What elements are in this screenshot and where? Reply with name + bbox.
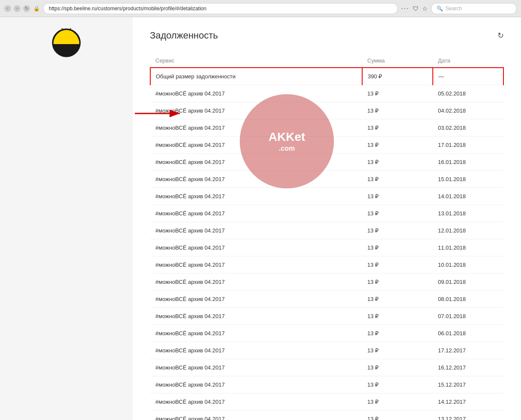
table-row: #можноВСЁ архив 04.2017 13 ₽ 07.01.2018 xyxy=(150,308,503,325)
sidebar xyxy=(0,17,133,420)
page-header: Задолженность ↻ xyxy=(150,30,504,41)
table-row: #можноВСЁ архив 04.2017 13 ₽ 17.12.2017 xyxy=(150,342,503,359)
address-bar[interactable]: https://spb.beeline.ru/customers/product… xyxy=(43,3,398,14)
table-row: #можноВСЁ архив 04.2017 13 ₽ 14.01.2018 xyxy=(150,188,503,205)
table-row: #можноВСЁ архив 04.2017 13 ₽ 05.02.2018 xyxy=(150,85,503,102)
row-date: 14.12.2017 xyxy=(433,393,503,411)
logo-container xyxy=(49,26,83,60)
row-date: 13.12.2017 xyxy=(433,411,503,420)
svg-rect-3 xyxy=(54,42,79,44)
row-amount: 13 ₽ xyxy=(362,308,433,325)
table-row: #можноВСЁ архив 04.2017 13 ₽ 04.02.2018 xyxy=(150,102,503,119)
row-date: 12.01.2018 xyxy=(433,222,503,239)
page-wrapper: AKKet .com xyxy=(0,17,521,420)
header-date: Дата xyxy=(433,54,503,68)
row-date: 04.02.2018 xyxy=(433,102,503,119)
row-amount: 13 ₽ xyxy=(362,325,433,342)
row-amount: 13 ₽ xyxy=(362,188,433,205)
header-amount: Сумма xyxy=(362,54,433,68)
total-service: Общий размер задолженности xyxy=(150,68,362,85)
row-service: #можноВСЁ архив 04.2017 xyxy=(150,393,362,411)
search-placeholder: Search xyxy=(446,6,462,12)
table-row: #можноВСЁ архив 04.2017 13 ₽ 11.01.2018 xyxy=(150,239,503,256)
row-amount: 13 ₽ xyxy=(362,171,433,188)
row-amount: 13 ₽ xyxy=(362,393,433,411)
browser-controls: ‹ › ↻ xyxy=(4,5,30,12)
row-date: 08.01.2018 xyxy=(433,291,503,308)
row-service: #можноВСЁ архив 04.2017 xyxy=(150,102,362,119)
search-bar[interactable]: 🔍 Search xyxy=(431,3,517,14)
row-date: 11.01.2018 xyxy=(433,239,503,256)
row-service: #можноВСЁ архив 04.2017 xyxy=(150,359,362,376)
row-date: 10.01.2018 xyxy=(433,256,503,274)
row-date: 06.01.2018 xyxy=(433,325,503,342)
table-row: #можноВСЁ архив 04.2017 13 ₽ 16.01.2018 xyxy=(150,154,503,171)
row-date: 16.12.2017 xyxy=(433,359,503,376)
row-service: #можноВСЁ архив 04.2017 xyxy=(150,85,362,102)
table-row: #можноВСЁ архив 04.2017 13 ₽ 03.02.2018 xyxy=(150,119,503,137)
row-date: 15.01.2018 xyxy=(433,171,503,188)
beeline-logo xyxy=(51,28,81,58)
row-service: #можноВСЁ архив 04.2017 xyxy=(150,291,362,308)
row-date: 16.01.2018 xyxy=(433,154,503,171)
page-layout: Задолженность ↻ Сервис Сумма Дата Общий … xyxy=(0,17,521,420)
row-date: 03.02.2018 xyxy=(433,119,503,137)
bookmark-icon[interactable]: 🛡 xyxy=(413,5,419,12)
row-date: 14.01.2018 xyxy=(433,188,503,205)
total-date: — xyxy=(433,68,503,85)
row-amount: 13 ₽ xyxy=(362,376,433,393)
row-service: #можноВСЁ архив 04.2017 xyxy=(150,239,362,256)
reload-button[interactable]: ↻ xyxy=(23,5,30,12)
table-row: #можноВСЁ архив 04.2017 13 ₽ 06.01.2018 xyxy=(150,325,503,342)
row-amount: 13 ₽ xyxy=(362,222,433,239)
table-row: #можноВСЁ архив 04.2017 13 ₽ 14.12.2017 xyxy=(150,393,503,411)
row-amount: 13 ₽ xyxy=(362,137,433,154)
row-amount: 13 ₽ xyxy=(362,205,433,222)
table-row: #можноВСЁ архив 04.2017 13 ₽ 10.01.2018 xyxy=(150,256,503,274)
table-row: #можноВСЁ архив 04.2017 13 ₽ 13.01.2018 xyxy=(150,205,503,222)
row-service: #можноВСЁ архив 04.2017 xyxy=(150,205,362,222)
main-content: Задолженность ↻ Сервис Сумма Дата Общий … xyxy=(133,17,521,420)
row-amount: 13 ₽ xyxy=(362,256,433,274)
row-amount: 13 ₽ xyxy=(362,154,433,171)
row-date: 13.01.2018 xyxy=(433,205,503,222)
row-date: 15.12.2017 xyxy=(433,376,503,393)
table-row: #можноВСЁ архив 04.2017 13 ₽ 17.01.2018 xyxy=(150,137,503,154)
table-row: #можноВСЁ архив 04.2017 13 ₽ 16.12.2017 xyxy=(150,359,503,376)
url-text: https://spb.beeline.ru/customers/product… xyxy=(49,6,206,12)
refresh-button[interactable]: ↻ xyxy=(497,31,504,40)
table-row: #можноВСЁ архив 04.2017 13 ₽ 13.12.2017 xyxy=(150,411,503,420)
row-service: #можноВСЁ архив 04.2017 xyxy=(150,411,362,420)
secure-icon: 🔒 xyxy=(33,6,40,12)
total-row: Общий размер задолженности 390 ₽ — xyxy=(150,68,503,85)
row-service: #можноВСЁ архив 04.2017 xyxy=(150,308,362,325)
back-button[interactable]: ‹ xyxy=(4,5,11,12)
star-icon[interactable]: ☆ xyxy=(422,5,428,12)
row-amount: 13 ₽ xyxy=(362,239,433,256)
total-amount: 390 ₽ xyxy=(362,68,433,85)
row-date: 17.01.2018 xyxy=(433,137,503,154)
debt-table: Сервис Сумма Дата Общий размер задолженн… xyxy=(150,54,504,420)
search-icon: 🔍 xyxy=(437,6,443,12)
row-service: #можноВСЁ архив 04.2017 xyxy=(150,222,362,239)
table-row: #можноВСЁ архив 04.2017 13 ₽ 15.01.2018 xyxy=(150,171,503,188)
table-row: #можноВСЁ архив 04.2017 13 ₽ 08.01.2018 xyxy=(150,291,503,308)
row-amount: 13 ₽ xyxy=(362,342,433,359)
row-date: 17.12.2017 xyxy=(433,342,503,359)
table-header-row: Сервис Сумма Дата xyxy=(150,54,503,68)
row-date: 05.02.2018 xyxy=(433,85,503,102)
row-service: #можноВСЁ архив 04.2017 xyxy=(150,325,362,342)
row-service: #можноВСЁ архив 04.2017 xyxy=(150,154,362,171)
forward-button[interactable]: › xyxy=(14,5,21,12)
menu-dots[interactable]: ··· xyxy=(401,5,409,12)
page-title: Задолженность xyxy=(150,30,218,41)
table-row: #можноВСЁ архив 04.2017 13 ₽ 09.01.2018 xyxy=(150,274,503,291)
row-amount: 13 ₽ xyxy=(362,119,433,137)
row-service: #можноВСЁ архив 04.2017 xyxy=(150,342,362,359)
row-service: #можноВСЁ архив 04.2017 xyxy=(150,171,362,188)
browser-chrome: ‹ › ↻ 🔒 https://spb.beeline.ru/customers… xyxy=(0,0,521,17)
row-service: #можноВСЁ архив 04.2017 xyxy=(150,188,362,205)
row-amount: 13 ₽ xyxy=(362,411,433,420)
row-service: #можноВСЁ архив 04.2017 xyxy=(150,376,362,393)
row-amount: 13 ₽ xyxy=(362,291,433,308)
